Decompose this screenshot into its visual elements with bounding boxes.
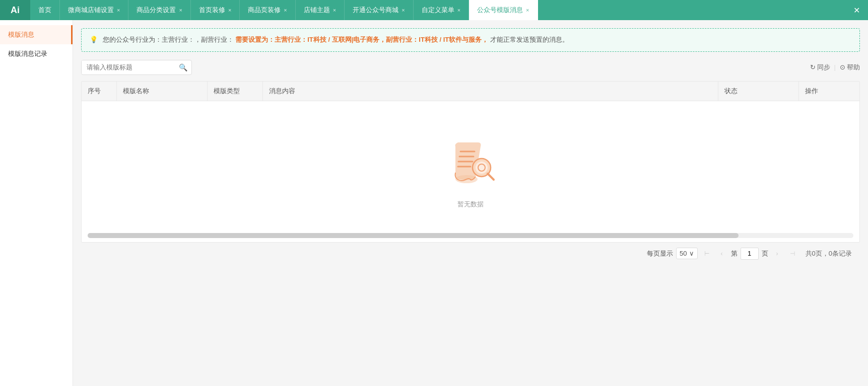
svg-line-7: [488, 174, 494, 180]
nav-tabs-container: 首页 微商城店铺设置 × 商品分类设置 × 首页装修 × 商品页装修 × 店铺主…: [30, 0, 845, 20]
first-page-button[interactable]: ⊢: [701, 248, 713, 260]
page-size-value: 50: [680, 250, 687, 257]
page-size-dropdown-icon: ∨: [689, 250, 694, 257]
search-bar: 🔍 ↻ 同步 | ⊙ 帮助: [81, 60, 860, 75]
tab-product-decor[interactable]: 商品页装修 ×: [240, 0, 295, 20]
top-navigation: Ai 首页 微商城店铺设置 × 商品分类设置 × 首页装修 × 商品页装修 × …: [0, 0, 868, 20]
divider: |: [834, 63, 836, 71]
sidebar: 模版消息 模版消息记录: [0, 20, 73, 386]
close-tab-home-decor[interactable]: ×: [228, 7, 231, 13]
close-tab-template-msg[interactable]: ×: [526, 7, 529, 13]
sync-icon: ↻: [810, 63, 816, 71]
pagination: 每页显示 50 ∨ ⊢ ‹ 第 页 › ⊣ 共0页，0条记录: [81, 243, 860, 265]
page-size-label: 每页显示: [647, 249, 673, 258]
scroll-thumb[interactable]: [88, 233, 739, 238]
content-area: 💡 您的公众号行业为：主营行业：，副营行业： 需要设置为：主营行业：IT科技 /…: [73, 20, 868, 386]
notice-banner: 💡 您的公众号行业为：主营行业：，副营行业： 需要设置为：主营行业：IT科技 /…: [81, 28, 860, 52]
table-container: 序号 模版名称 模版类型 消息内容 状态 操作: [81, 81, 860, 243]
svg-point-6: [476, 162, 488, 174]
sync-label: 同步: [817, 63, 830, 72]
notice-highlight: 需要设置为：主营行业：IT科技 / 互联网|电子商务，副营行业：IT科技 / I…: [235, 36, 488, 43]
page-di-label: 第: [731, 249, 738, 258]
search-button[interactable]: 🔍: [175, 60, 191, 74]
tab-open-mall[interactable]: 开通公众号商城 ×: [345, 0, 413, 20]
tab-home[interactable]: 首页: [30, 0, 60, 20]
empty-illustration: [440, 131, 501, 192]
total-info: 共0页，0条记录: [806, 249, 852, 258]
last-page-button[interactable]: ⊣: [786, 248, 798, 260]
close-tab-open-mall[interactable]: ×: [402, 7, 405, 13]
close-tab-product-category[interactable]: ×: [179, 7, 182, 13]
tab-template-msg[interactable]: 公众号模版消息 ×: [469, 0, 538, 20]
th-status: 状态: [718, 82, 799, 101]
search-input-wrapper: 🔍: [81, 60, 192, 75]
close-tab-micro-shop[interactable]: ×: [117, 7, 120, 13]
close-tab-shop-theme[interactable]: ×: [333, 7, 336, 13]
sidebar-item-template-msg[interactable]: 模版消息: [0, 25, 73, 44]
tab-custom-menu[interactable]: 自定义菜单 ×: [414, 0, 469, 20]
table-header: 序号 模版名称 模版类型 消息内容 状态 操作: [82, 82, 859, 101]
notice-icon: 💡: [90, 36, 98, 43]
app-logo: Ai: [0, 0, 30, 20]
help-icon: ⊙: [840, 63, 845, 71]
horizontal-scrollbar[interactable]: [88, 233, 853, 238]
logo-text: Ai: [11, 5, 20, 16]
next-page-button[interactable]: ›: [771, 248, 783, 260]
prev-page-button[interactable]: ‹: [716, 248, 728, 260]
search-input[interactable]: [82, 60, 175, 74]
empty-text: 暂无数据: [457, 200, 484, 209]
empty-state: 暂无数据: [82, 101, 859, 229]
th-index: 序号: [82, 82, 117, 101]
close-tab-custom-menu[interactable]: ×: [457, 7, 460, 13]
tab-micro-shop[interactable]: 微商城店铺设置 ×: [60, 0, 128, 20]
th-name: 模版名称: [117, 82, 208, 101]
page-label: 页: [762, 249, 768, 258]
page-size-select[interactable]: 50 ∨: [676, 248, 697, 259]
sidebar-item-template-record[interactable]: 模版消息记录: [0, 44, 73, 63]
close-tab-product-decor[interactable]: ×: [284, 7, 287, 13]
tab-home-decor[interactable]: 首页装修 ×: [191, 0, 240, 20]
tab-product-category[interactable]: 商品分类设置 ×: [128, 0, 190, 20]
search-left: 🔍: [81, 60, 192, 75]
notice-suffix: 才能正常发送预置的消息。: [490, 36, 569, 43]
current-page-input[interactable]: [741, 248, 759, 260]
sync-button[interactable]: ↻ 同步: [810, 63, 830, 72]
notice-prefix: 您的公众号行业为：主营行业：，副营行业：: [103, 36, 234, 43]
tab-shop-theme[interactable]: 店铺主题 ×: [296, 0, 345, 20]
search-right: ↻ 同步 | ⊙ 帮助: [810, 63, 860, 72]
global-close-button[interactable]: ✕: [845, 0, 868, 20]
empty-svg-icon: [440, 131, 501, 192]
th-type: 模版类型: [208, 82, 263, 101]
main-layout: 模版消息 模版消息记录 💡 您的公众号行业为：主营行业：，副营行业： 需要设置为…: [0, 20, 868, 386]
help-label: 帮助: [847, 63, 860, 72]
th-action: 操作: [799, 82, 859, 101]
th-content: 消息内容: [263, 82, 718, 101]
help-button[interactable]: ⊙ 帮助: [840, 63, 860, 72]
